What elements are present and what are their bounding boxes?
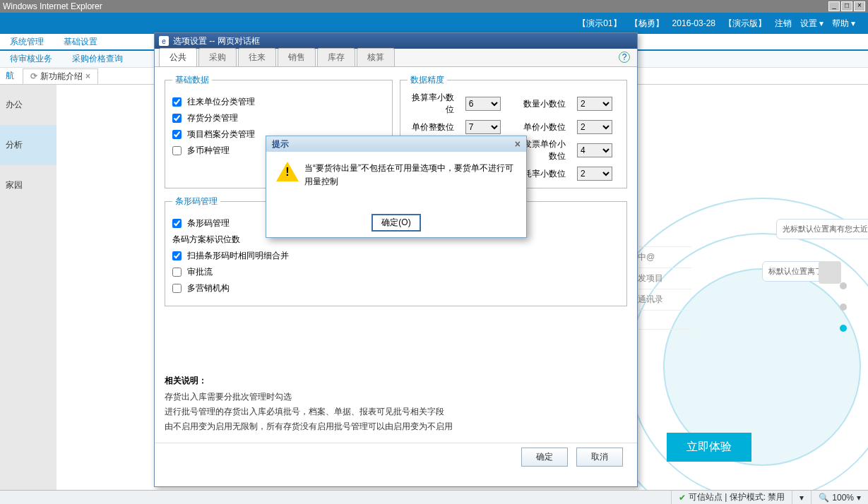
status-trusted: 可信站点 | 保护模式: 禁用 [689, 491, 785, 503]
dlg-tab-public[interactable]: 公共 [159, 48, 197, 66]
logout-link[interactable]: 注销 [775, 18, 792, 30]
group-basic-legend: 基础数据 [172, 74, 212, 86]
alert-title: 提示 [272, 138, 289, 150]
settings-menu[interactable]: 设置 [800, 18, 824, 30]
sel-price-dec[interactable]: 2 [577, 120, 612, 134]
dlg-tab-sales[interactable]: 销售 [278, 48, 316, 66]
ie-icon: e [159, 36, 169, 46]
tab-close-icon[interactable]: × [85, 71, 90, 81]
alert-dialog: 提示 × 当“要货待出量”不包括在可用量选项中，要货单不进行可用量控制 确定(O… [266, 136, 527, 238]
user-tag: 【杨勇】 [630, 18, 664, 30]
sel-loss-dec[interactable]: 2 [577, 167, 612, 181]
edition-tag: 【演示版】 [724, 18, 766, 30]
dialog-help-icon[interactable]: ? [619, 52, 630, 63]
note-1: 存货出入库需要分批次管理时勾选 [165, 391, 627, 403]
date-label: 2016-03-28 [672, 18, 715, 28]
tab-refresh-icon[interactable]: ⟳ [30, 71, 37, 81]
cb-multicurrency-label: 多币种管理 [187, 145, 230, 157]
group-barcode-legend: 条形码管理 [172, 196, 220, 208]
side-office[interactable]: 办公 [0, 85, 57, 125]
menu-system[interactable]: 系统管理 [0, 34, 54, 49]
dialog-footer: 确定 取消 [155, 443, 637, 471]
menu-base[interactable]: 基础设置 [54, 34, 107, 49]
cb-stock-category-label: 存货分类管理 [187, 112, 238, 124]
cb-multi-org[interactable] [172, 284, 182, 293]
tab-label: 新功能介绍 [40, 71, 83, 83]
side-home[interactable]: 家园 [0, 165, 57, 205]
cb-scan-merge-label: 扫描条形码时相同明细合并 [187, 250, 289, 262]
demo-tag: 【演示01】 [578, 18, 621, 30]
sel-price-int[interactable]: 7 [465, 120, 501, 134]
cb-scan-merge[interactable] [172, 251, 182, 260]
warning-icon [276, 162, 296, 184]
dialog-titlebar[interactable]: e 选项设置 -- 网页对话框 [155, 33, 637, 49]
dlg-tab-stock[interactable]: 库存 [317, 48, 355, 66]
alert-titlebar[interactable]: 提示 × [266, 136, 526, 152]
status-bar: ✔可信站点 | 保护模式: 禁用 ▾ 🔍100% ▾ [0, 490, 868, 504]
cb-unit-category-label: 往来单位分类管理 [187, 96, 255, 108]
lbl-price-int: 单价整数位 [408, 121, 454, 133]
alert-message: 当“要货待出量”不包括在可用量选项中，要货单不进行可用量控制 [304, 162, 516, 188]
note-2: 进行批号管理的存货出入库必填批号，档案、单据、报表可见批号相关字段 [165, 406, 627, 418]
notes-panel: 相关说明： 存货出入库需要分批次管理时勾选 进行批号管理的存货出入库必填批号，档… [165, 375, 627, 436]
dot-3[interactable] [840, 325, 847, 332]
lbl-price-dec: 单价小数位 [519, 121, 566, 133]
cb-barcode-label: 条形码管理 [187, 217, 230, 229]
tab-new-features[interactable]: ⟳ 新功能介绍 × [23, 68, 98, 84]
dialog-body: 基础数据 往来单位分类管理 存货分类管理 项目档案分类管理 多币种管理 数据精度… [155, 67, 637, 443]
note-3: 由不启用变为启用无限制，所有存货没有启用批号管理可以由启用变为不启用 [165, 421, 627, 433]
window-title: Windows Internet Explorer [3, 1, 102, 11]
cb-multi-org-label: 多营销机构 [187, 282, 230, 294]
dlg-tab-purchase[interactable]: 采购 [198, 48, 237, 66]
cb-stock-category[interactable] [172, 114, 182, 123]
alert-close-icon[interactable]: × [515, 138, 521, 150]
notes-title: 相关说明： [165, 375, 627, 387]
zoom-icon[interactable]: 🔍 [819, 493, 829, 503]
cb-project-category[interactable] [172, 130, 182, 139]
sel-rate-dec[interactable]: 6 [465, 97, 501, 111]
maximize-button[interactable]: □ [841, 1, 852, 11]
left-sidebar: 办公 分析 家园 [0, 85, 57, 205]
submenu-price-query[interactable]: 采购价格查询 [62, 53, 133, 65]
lbl-qty-dec: 数量小数位 [519, 98, 566, 110]
cb-multicurrency[interactable] [172, 146, 182, 155]
lbl-rate-dec: 换算率小数位 [408, 92, 454, 116]
options-dialog: e 选项设置 -- 网页对话框 公共 采购 往来 销售 库存 核算 ? 基础数据… [154, 32, 638, 487]
minimize-button[interactable]: _ [828, 1, 840, 11]
tab-nav[interactable]: 航 [0, 70, 20, 82]
side-analysis[interactable]: 分析 [0, 125, 57, 165]
help-menu[interactable]: 帮助 [832, 18, 855, 30]
sel-invoice-dec[interactable]: 4 [577, 143, 612, 157]
sel-qty-dec[interactable]: 2 [577, 97, 612, 111]
zoom-value: 100% [832, 493, 854, 503]
close-button[interactable]: × [854, 1, 865, 11]
dot-1[interactable] [840, 282, 847, 289]
group-precision-legend: 数据精度 [408, 74, 447, 86]
cb-approval[interactable] [172, 268, 182, 277]
alert-ok-button[interactable]: 确定(O) [371, 214, 420, 232]
avatar [819, 261, 841, 284]
zoom-caret-icon[interactable]: ▾ [857, 493, 861, 503]
cb-project-category-label: 项目档案分类管理 [187, 128, 255, 140]
submenu-audit[interactable]: 待审核业务 [0, 53, 62, 65]
bubble-tip-1: 光标默认位置离有您太近了。 [776, 219, 868, 239]
dlg-tab-account[interactable]: 核算 [357, 48, 395, 66]
app-header: 【演示01】 【杨勇】 2016-03-28 【演示版】 注销 设置 帮助 [0, 13, 868, 34]
cb-unit-category[interactable] [172, 97, 182, 107]
cb-approval-label: 审批流 [187, 266, 213, 278]
dialog-ok-button[interactable]: 确定 [521, 448, 568, 467]
os-titlebar: Windows Internet Explorer _ □ × [0, 0, 868, 13]
dialog-tabs: 公共 采购 往来 销售 库存 核算 ? [155, 49, 637, 67]
barcode-digits-label: 条码方案标识位数 [172, 234, 240, 246]
dialog-cancel-button[interactable]: 取消 [576, 448, 623, 467]
dot-2[interactable] [840, 304, 847, 311]
dlg-tab-contacts[interactable]: 往来 [238, 48, 276, 66]
cb-barcode[interactable] [172, 219, 182, 228]
status-tools[interactable]: ▾ [792, 491, 811, 504]
dialog-title: 选项设置 -- 网页对话框 [173, 35, 260, 47]
trusted-icon: ✔ [679, 493, 686, 503]
carousel-dots [840, 282, 847, 332]
cta-try-now[interactable]: 立即体验 [667, 433, 751, 462]
